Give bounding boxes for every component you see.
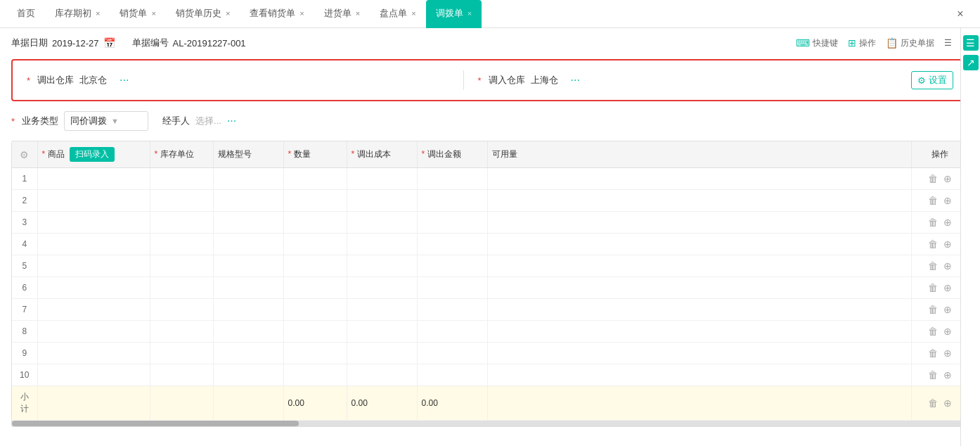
row-cost[interactable]	[347, 168, 417, 190]
tab-view-sales-close[interactable]: ×	[299, 9, 304, 18]
layout-list-button[interactable]: ☰	[944, 38, 952, 48]
calendar-icon[interactable]: 📅	[103, 37, 115, 49]
biz-type-select[interactable]: 同价调拨 ▼	[64, 111, 148, 131]
row-spec[interactable]	[213, 212, 283, 234]
row-amount[interactable]	[417, 190, 487, 212]
window-close-button[interactable]: ×	[948, 1, 973, 27]
out-warehouse-more[interactable]: ···	[120, 74, 129, 87]
tab-inventory-init-close[interactable]: ×	[96, 9, 100, 18]
row-copy-icon[interactable]: ⊕	[943, 195, 952, 206]
subtotal-delete-icon[interactable]: 🗑	[928, 397, 938, 409]
row-unit[interactable]	[150, 343, 213, 364]
in-warehouse-value[interactable]: 上海仓	[531, 74, 558, 87]
row-product[interactable]	[37, 321, 150, 343]
handler-more[interactable]: ···	[227, 115, 236, 127]
row-unit[interactable]	[150, 364, 213, 386]
tab-sales[interactable]: 销货单 ×	[110, 0, 165, 28]
sidebar-export-icon[interactable]: ↗	[963, 55, 979, 70]
tab-view-sales[interactable]: 查看销货单 ×	[240, 0, 314, 28]
row-amount[interactable]	[417, 255, 487, 277]
row-amount[interactable]	[417, 277, 487, 299]
row-cost[interactable]	[347, 212, 417, 234]
row-unit[interactable]	[150, 255, 213, 277]
row-copy-icon[interactable]: ⊕	[943, 217, 952, 228]
row-spec[interactable]	[213, 321, 283, 343]
row-copy-icon[interactable]: ⊕	[943, 326, 952, 337]
row-copy-icon[interactable]: ⊕	[943, 173, 952, 184]
row-cost[interactable]	[347, 364, 417, 386]
row-unit[interactable]	[150, 190, 213, 212]
row-unit[interactable]	[150, 168, 213, 190]
row-product[interactable]	[37, 168, 150, 190]
row-copy-icon[interactable]: ⊕	[943, 369, 952, 381]
settings-button[interactable]: ⚙ 设置	[911, 71, 953, 89]
out-warehouse-value[interactable]: 北京仓	[79, 74, 107, 87]
row-delete-icon[interactable]: 🗑	[928, 348, 938, 359]
row-spec[interactable]	[213, 190, 283, 212]
row-cost[interactable]	[347, 277, 417, 299]
tab-inventory-init[interactable]: 库存期初 ×	[45, 0, 110, 28]
tab-transfer[interactable]: 调拨单 ×	[426, 0, 482, 28]
row-copy-icon[interactable]: ⊕	[943, 260, 952, 272]
row-qty[interactable]	[283, 255, 347, 277]
row-delete-icon[interactable]: 🗑	[928, 326, 938, 337]
row-unit[interactable]	[150, 212, 213, 234]
row-spec[interactable]	[213, 364, 283, 386]
row-delete-icon[interactable]: 🗑	[928, 282, 938, 293]
row-product[interactable]	[37, 234, 150, 255]
tab-stocktake[interactable]: 盘点单 ×	[370, 0, 425, 28]
row-product[interactable]	[37, 190, 150, 212]
scan-button[interactable]: 扫码录入	[70, 147, 115, 162]
row-amount[interactable]	[417, 364, 487, 386]
row-spec[interactable]	[213, 168, 283, 190]
row-qty[interactable]	[283, 234, 347, 255]
row-product[interactable]	[37, 277, 150, 299]
in-warehouse-more[interactable]: ···	[571, 74, 580, 87]
row-amount[interactable]	[417, 343, 487, 364]
row-product[interactable]	[37, 343, 150, 364]
row-copy-icon[interactable]: ⊕	[943, 238, 952, 250]
row-spec[interactable]	[213, 277, 283, 299]
row-delete-icon[interactable]: 🗑	[928, 369, 938, 381]
row-unit[interactable]	[150, 277, 213, 299]
row-cost[interactable]	[347, 299, 417, 321]
shortcut-button[interactable]: ⌨ 快捷键	[796, 37, 838, 49]
table-settings-icon[interactable]: ⚙	[20, 149, 29, 160]
tab-stocktake-close[interactable]: ×	[411, 9, 415, 18]
tab-home[interactable]: 首页	[7, 0, 45, 28]
row-delete-icon[interactable]: 🗑	[928, 260, 938, 272]
sidebar-list-icon[interactable]: ☰	[963, 35, 979, 51]
row-cost[interactable]	[347, 321, 417, 343]
row-copy-icon[interactable]: ⊕	[943, 348, 952, 359]
row-copy-icon[interactable]: ⊕	[943, 282, 952, 293]
subtotal-copy-icon[interactable]: ⊕	[943, 397, 952, 409]
row-cost[interactable]	[347, 190, 417, 212]
row-amount[interactable]	[417, 168, 487, 190]
row-cost[interactable]	[347, 255, 417, 277]
tab-sales-close[interactable]: ×	[151, 9, 155, 18]
row-spec[interactable]	[213, 234, 283, 255]
row-cost[interactable]	[347, 343, 417, 364]
row-delete-icon[interactable]: 🗑	[928, 195, 938, 206]
tab-sales-history[interactable]: 销货单历史 ×	[166, 0, 240, 28]
row-unit[interactable]	[150, 321, 213, 343]
tab-purchase[interactable]: 进货单 ×	[314, 0, 370, 28]
row-unit[interactable]	[150, 299, 213, 321]
row-product[interactable]	[37, 299, 150, 321]
operation-button[interactable]: ⊞ 操作	[848, 37, 876, 49]
row-unit[interactable]	[150, 234, 213, 255]
row-spec[interactable]	[213, 299, 283, 321]
tab-sales-history-close[interactable]: ×	[226, 9, 230, 18]
row-spec[interactable]	[213, 343, 283, 364]
row-cost[interactable]	[347, 234, 417, 255]
row-qty[interactable]	[283, 364, 347, 386]
row-qty[interactable]	[283, 321, 347, 343]
row-qty[interactable]	[283, 277, 347, 299]
row-amount[interactable]	[417, 212, 487, 234]
row-qty[interactable]	[283, 168, 347, 190]
row-delete-icon[interactable]: 🗑	[928, 217, 938, 228]
row-amount[interactable]	[417, 234, 487, 255]
row-delete-icon[interactable]: 🗑	[928, 238, 938, 250]
row-product[interactable]	[37, 212, 150, 234]
row-qty[interactable]	[283, 299, 347, 321]
